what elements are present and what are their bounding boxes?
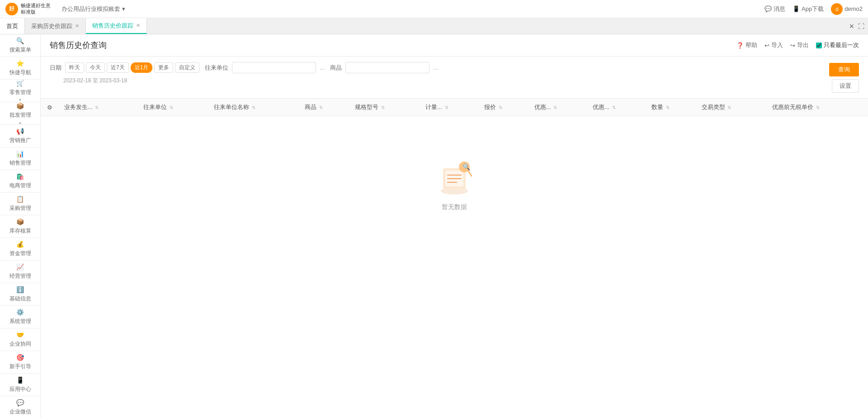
date-btn-yesterday[interactable]: 昨天 bbox=[65, 62, 84, 73]
sort-icon: ⇅ bbox=[252, 105, 255, 110]
sidebar-item-finance-mgmt[interactable]: 💰 资金管理 bbox=[0, 238, 40, 261]
page-header: 销售历史价查询 ❓ 帮助 ↩ 导入 ↪ 导出 只看最后一次 bbox=[41, 34, 868, 57]
sort-icon: ⇅ bbox=[319, 105, 323, 110]
filter-bar: 日期 昨天 今天 近7天 近1月 更多 自定义 bbox=[41, 57, 868, 99]
sort-icon: ⇅ bbox=[727, 105, 731, 110]
date-btn-today[interactable]: 今天 bbox=[86, 62, 105, 73]
date-filter: 日期 昨天 今天 近7天 近1月 更多 自定义 bbox=[50, 62, 199, 73]
th-partner-name[interactable]: 往来单位名称 ⇅ bbox=[208, 99, 299, 116]
table-header: ⚙ 业务发生... ⇅ 往来单位 ⇅ 往来单位名称 ⇅ bbox=[41, 99, 868, 116]
close-sales-tab-icon[interactable]: ✕ bbox=[136, 23, 140, 28]
sort-icon: ⇅ bbox=[553, 105, 557, 110]
chevron-down-icon: ▾ bbox=[122, 5, 125, 12]
th-settings[interactable]: ⚙ bbox=[41, 99, 59, 116]
th-trade-type[interactable]: 交易类型 ⇅ bbox=[696, 99, 767, 116]
topbar-left: 好 畅捷通好生意 标准版 办公用品行业模拟账套 ▾ bbox=[5, 3, 125, 15]
logo-text: 畅捷通好生意 标准版 bbox=[21, 3, 51, 14]
sidebar-item-new-guide[interactable]: 🎯 新手引导 bbox=[0, 351, 40, 374]
th-partner-code[interactable]: 往来单位 ⇅ bbox=[138, 99, 208, 116]
goods-dots-icon[interactable]: ... bbox=[433, 64, 438, 71]
sidebar-item-wholesale-mgmt[interactable]: 📦 批发管理 ▴ bbox=[0, 102, 40, 125]
maximize-icon[interactable]: ⛶ bbox=[858, 23, 864, 30]
app-icon: 📱 bbox=[16, 376, 24, 384]
empty-state-icon: 🔍 bbox=[432, 152, 477, 198]
sidebar-item-enterprise-collab[interactable]: 🤝 企业协同 bbox=[0, 328, 40, 351]
sidebar-item-marketing-promo[interactable]: 📢 营销推广 bbox=[0, 125, 40, 147]
search-icon: 🔍 bbox=[16, 37, 24, 44]
sort-icon: ⇅ bbox=[816, 105, 820, 110]
svg-text:🔍: 🔍 bbox=[462, 163, 471, 171]
sidebar-item-enterprise-wechat[interactable]: 💬 企业微信 bbox=[0, 396, 40, 418]
th-discount2[interactable]: 优惠... ⇅ bbox=[587, 99, 646, 116]
money-icon: 💰 bbox=[16, 241, 24, 248]
query-button[interactable]: 查询 bbox=[829, 63, 859, 76]
box-icon: 📦 bbox=[16, 102, 24, 109]
message-btn[interactable]: 💬 消息 bbox=[764, 5, 785, 13]
export-btn[interactable]: ↪ 导出 bbox=[790, 41, 809, 49]
operations-icon: 📈 bbox=[16, 263, 24, 271]
th-biz-date[interactable]: 业务发生... ⇅ bbox=[59, 99, 138, 116]
th-unit[interactable]: 计量... ⇅ bbox=[420, 99, 479, 116]
partner-filter: 往来单位 ... bbox=[205, 62, 325, 73]
logo-area: 好 畅捷通好生意 标准版 bbox=[5, 3, 51, 15]
sidebar: 🔍 搜索菜单 ⭐ 快捷导航 🛒 零售管理 ▾ 📦 批发管理 ▴ 📢 营销推广 📊… bbox=[0, 34, 41, 418]
settings-button[interactable]: 设置 bbox=[832, 79, 859, 93]
sidebar-item-basic-info[interactable]: ℹ️ 基础信息 bbox=[0, 283, 40, 306]
table-container: ⚙ 业务发生... ⇅ 往来单位 ⇅ 往来单位名称 ⇅ bbox=[41, 99, 868, 418]
tab-actions: ✕ ⛶ bbox=[845, 18, 868, 34]
info-icon: ℹ️ bbox=[16, 286, 24, 293]
tab-sales-history[interactable]: 销售历史价跟踪 ✕ bbox=[86, 18, 147, 34]
nav-selector[interactable]: 办公用品行业模拟账套 ▾ bbox=[61, 5, 125, 13]
export-icon: ↪ bbox=[790, 42, 795, 49]
cart-icon: 🛒 bbox=[16, 80, 24, 87]
date-btn-last1month[interactable]: 近1月 bbox=[131, 62, 153, 73]
th-pretax-price[interactable]: 优惠前无税单价 ⇅ bbox=[767, 99, 868, 116]
sidebar-item-ecommerce-mgmt[interactable]: 🛍️ 电商管理 bbox=[0, 170, 40, 193]
th-spec[interactable]: 规格型号 ⇅ bbox=[349, 99, 420, 116]
bag-icon: 🛍️ bbox=[16, 173, 24, 180]
th-quantity[interactable]: 数量 ⇅ bbox=[646, 99, 696, 116]
close-window-icon[interactable]: ✕ bbox=[849, 23, 854, 30]
user-profile[interactable]: d demo2 bbox=[831, 3, 863, 15]
logo-icon: 好 bbox=[5, 3, 18, 15]
goods-input[interactable] bbox=[345, 62, 429, 73]
content-area: 销售历史价查询 ❓ 帮助 ↩ 导入 ↪ 导出 只看最后一次 bbox=[41, 34, 868, 418]
sidebar-item-inventory-reconcile[interactable]: 📦 库存核算 bbox=[0, 215, 40, 238]
star-icon: ⭐ bbox=[16, 60, 24, 67]
topbar: 好 畅捷通好生意 标准版 办公用品行业模拟账套 ▾ 💬 消息 📱 App下载 d… bbox=[0, 0, 868, 18]
close-purchase-tab-icon[interactable]: ✕ bbox=[75, 23, 79, 29]
import-btn[interactable]: ↩ 导入 bbox=[764, 41, 783, 49]
date-btn-custom[interactable]: 自定义 bbox=[175, 62, 199, 73]
sort-icon: ⇅ bbox=[381, 105, 385, 110]
date-range-display: 2023-02-18 至 2023-03-18 bbox=[63, 77, 127, 85]
sidebar-item-shortcut-nav[interactable]: ⭐ 快捷导航 bbox=[0, 57, 40, 80]
th-discount1[interactable]: 优惠... ⇅ bbox=[529, 99, 588, 116]
help-btn[interactable]: ❓ 帮助 bbox=[736, 41, 757, 49]
table-header-row: ⚙ 业务发生... ⇅ 往来单位 ⇅ 往来单位名称 ⇅ bbox=[41, 99, 868, 116]
gear-icon: ⚙️ bbox=[16, 309, 24, 316]
tab-home[interactable]: 首页 bbox=[0, 18, 25, 34]
sidebar-item-app-center[interactable]: 📱 应用中心 bbox=[0, 374, 40, 396]
sidebar-item-retail-mgmt[interactable]: 🛒 零售管理 ▾ bbox=[0, 80, 40, 102]
sidebar-item-sales-mgmt[interactable]: 📊 销售管理 bbox=[0, 147, 40, 170]
app-download-btn[interactable]: 📱 App下载 bbox=[793, 5, 824, 13]
sidebar-item-search-menu[interactable]: 🔍 搜索菜单 bbox=[0, 34, 40, 57]
th-goods[interactable]: 商品 ⇅ bbox=[299, 99, 349, 116]
only-last-input[interactable] bbox=[816, 43, 822, 48]
date-btn-last7days[interactable]: 近7天 bbox=[107, 62, 129, 73]
page-header-actions: ❓ 帮助 ↩ 导入 ↪ 导出 只看最后一次 bbox=[736, 41, 859, 49]
sidebar-item-system-settings[interactable]: ⚙️ 系统管理 bbox=[0, 306, 40, 328]
arrow-up-icon: ▴ bbox=[19, 120, 21, 125]
goods-filter: 商品 ... bbox=[330, 62, 438, 73]
tab-purchase-history[interactable]: 采购历史价跟踪 ✕ bbox=[25, 18, 86, 34]
tabs-bar: 首页 采购历史价跟踪 ✕ 销售历史价跟踪 ✕ ✕ ⛶ bbox=[0, 18, 868, 34]
date-btn-more[interactable]: 更多 bbox=[154, 62, 173, 73]
sidebar-item-purchase-mgmt[interactable]: 📋 采购管理 bbox=[0, 193, 40, 215]
th-quote[interactable]: 报价 ⇅ bbox=[479, 99, 529, 116]
partner-input[interactable] bbox=[232, 62, 316, 73]
sort-icon: ⇅ bbox=[170, 105, 173, 110]
partner-dots-icon[interactable]: ... bbox=[320, 64, 325, 71]
only-last-checkbox[interactable]: 只看最后一次 bbox=[816, 41, 859, 49]
data-table: ⚙ 业务发生... ⇅ 往来单位 ⇅ 往来单位名称 ⇅ bbox=[41, 99, 868, 116]
sidebar-item-operations-mgmt[interactable]: 📈 经营管理 bbox=[0, 261, 40, 283]
